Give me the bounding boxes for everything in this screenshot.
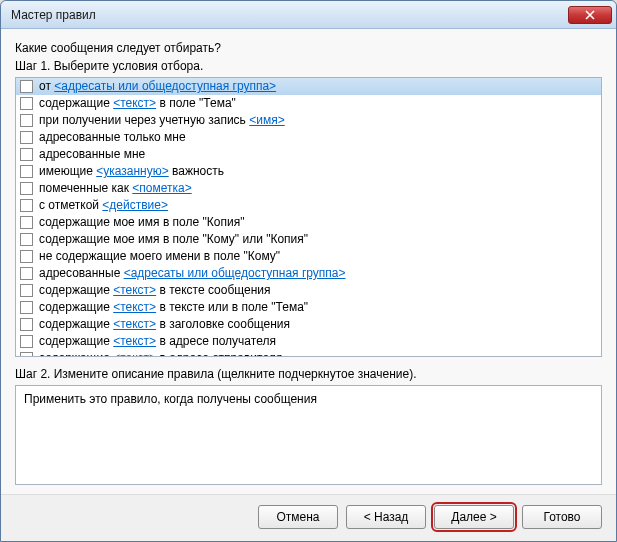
condition-row[interactable]: содержащие мое имя в поле "Кому" или "Ко…: [16, 231, 601, 248]
rules-wizard-window: Мастер правил Какие сообщения следует от…: [0, 0, 617, 542]
condition-link[interactable]: <пометка>: [132, 181, 191, 195]
condition-row[interactable]: адресованные только мне: [16, 129, 601, 146]
condition-text: помеченные как <пометка>: [39, 181, 192, 196]
step2-label: Шаг 2. Измените описание правила (щелкни…: [15, 367, 602, 381]
condition-row[interactable]: имеющие <указанную> важность: [16, 163, 601, 180]
condition-text: адресованные мне: [39, 147, 145, 162]
condition-link[interactable]: <текст>: [113, 96, 156, 110]
condition-row[interactable]: содержащие <текст> в заголовке сообщения: [16, 316, 601, 333]
rule-description-text: Применить это правило, когда получены со…: [24, 392, 317, 406]
condition-row[interactable]: не содержащие моего имени в поле "Кому": [16, 248, 601, 265]
condition-link[interactable]: <текст>: [113, 300, 156, 314]
condition-row[interactable]: содержащие <текст> в адресе отправителя: [16, 350, 601, 357]
next-button[interactable]: Далее >: [434, 505, 514, 529]
condition-link[interactable]: <текст>: [113, 334, 156, 348]
close-icon: [585, 10, 595, 20]
condition-text: содержащие <текст> в адресе получателя: [39, 334, 276, 349]
condition-text: адресованные только мне: [39, 130, 186, 145]
condition-link[interactable]: <адресаты или общедоступная группа>: [54, 79, 276, 93]
condition-row[interactable]: адресованные мне: [16, 146, 601, 163]
condition-row[interactable]: от <адресаты или общедоступная группа>: [16, 78, 601, 95]
condition-text: с отметкой <действие>: [39, 198, 168, 213]
condition-checkbox[interactable]: [20, 284, 33, 297]
condition-text: при получении через учетную запись <имя>: [39, 113, 285, 128]
condition-checkbox[interactable]: [20, 352, 33, 357]
step1-label: Шаг 1. Выберите условия отбора.: [15, 59, 602, 73]
condition-row[interactable]: содержащие <текст> в тексте сообщения: [16, 282, 601, 299]
titlebar: Мастер правил: [1, 1, 616, 29]
condition-link[interactable]: <текст>: [113, 283, 156, 297]
dialog-body: Какие сообщения следует отбирать? Шаг 1.…: [1, 29, 616, 494]
condition-row[interactable]: помеченные как <пометка>: [16, 180, 601, 197]
condition-text: содержащие <текст> в адресе отправителя: [39, 351, 282, 357]
condition-checkbox[interactable]: [20, 267, 33, 280]
condition-checkbox[interactable]: [20, 233, 33, 246]
cancel-button[interactable]: Отмена: [258, 505, 338, 529]
condition-checkbox[interactable]: [20, 131, 33, 144]
condition-checkbox[interactable]: [20, 335, 33, 348]
condition-row[interactable]: с отметкой <действие>: [16, 197, 601, 214]
condition-row[interactable]: содержащие мое имя в поле "Копия": [16, 214, 601, 231]
condition-link[interactable]: <текст>: [113, 351, 156, 357]
back-button[interactable]: < Назад: [346, 505, 426, 529]
condition-text: содержащие мое имя в поле "Кому" или "Ко…: [39, 232, 308, 247]
condition-checkbox[interactable]: [20, 148, 33, 161]
condition-checkbox[interactable]: [20, 97, 33, 110]
condition-text: содержащие мое имя в поле "Копия": [39, 215, 244, 230]
conditions-listbox[interactable]: от <адресаты или общедоступная группа>со…: [15, 77, 602, 357]
condition-text: адресованные <адресаты или общедоступная…: [39, 266, 346, 281]
condition-row[interactable]: содержащие <текст> в адресе получателя: [16, 333, 601, 350]
condition-text: содержащие <текст> в тексте сообщения: [39, 283, 271, 298]
prompt-text: Какие сообщения следует отбирать?: [15, 41, 602, 55]
finish-button[interactable]: Готово: [522, 505, 602, 529]
rule-description-box: Применить это правило, когда получены со…: [15, 385, 602, 485]
condition-row[interactable]: при получении через учетную запись <имя>: [16, 112, 601, 129]
condition-text: содержащие <текст> в тексте или в поле "…: [39, 300, 308, 315]
condition-text: содержащие <текст> в поле "Тема": [39, 96, 236, 111]
condition-text: от <адресаты или общедоступная группа>: [39, 79, 276, 94]
condition-link[interactable]: <указанную>: [96, 164, 169, 178]
close-button[interactable]: [568, 6, 612, 24]
condition-text: содержащие <текст> в заголовке сообщения: [39, 317, 290, 332]
condition-checkbox[interactable]: [20, 80, 33, 93]
condition-link[interactable]: <действие>: [102, 198, 168, 212]
condition-checkbox[interactable]: [20, 318, 33, 331]
condition-text: не содержащие моего имени в поле "Кому": [39, 249, 280, 264]
condition-checkbox[interactable]: [20, 216, 33, 229]
condition-checkbox[interactable]: [20, 114, 33, 127]
condition-row[interactable]: содержащие <текст> в поле "Тема": [16, 95, 601, 112]
condition-row[interactable]: адресованные <адресаты или общедоступная…: [16, 265, 601, 282]
condition-row[interactable]: содержащие <текст> в тексте или в поле "…: [16, 299, 601, 316]
condition-checkbox[interactable]: [20, 165, 33, 178]
condition-checkbox[interactable]: [20, 199, 33, 212]
window-title: Мастер правил: [11, 8, 96, 22]
condition-link[interactable]: <имя>: [249, 113, 284, 127]
condition-checkbox[interactable]: [20, 250, 33, 263]
condition-link[interactable]: <текст>: [113, 317, 156, 331]
condition-checkbox[interactable]: [20, 182, 33, 195]
condition-text: имеющие <указанную> важность: [39, 164, 224, 179]
condition-checkbox[interactable]: [20, 301, 33, 314]
condition-link[interactable]: <адресаты или общедоступная группа>: [124, 266, 346, 280]
button-row: Отмена < Назад Далее > Готово: [1, 494, 616, 541]
